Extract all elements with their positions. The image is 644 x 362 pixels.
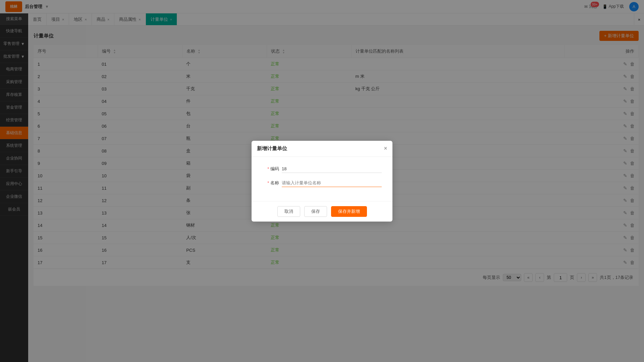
code-label: 编码 xyxy=(262,166,279,172)
form-row-code: 编码 xyxy=(262,165,382,173)
modal-title: 新增计量单位 xyxy=(257,145,287,152)
code-input[interactable] xyxy=(282,165,382,173)
name-label: 名称 xyxy=(262,180,279,186)
modal-body: 编码 名称 xyxy=(252,157,392,201)
modal-close-button[interactable]: × xyxy=(384,145,387,152)
modal-footer: 取消 保存 保存并新增 xyxy=(252,201,392,222)
add-unit-modal: 新增计量单位 × 编码 名称 取消 保存 保存并新增 xyxy=(252,141,392,222)
form-row-name: 名称 xyxy=(262,179,382,187)
modal-overlay: 新增计量单位 × 编码 名称 取消 保存 保存并新增 xyxy=(0,0,644,362)
save-and-add-button[interactable]: 保存并新增 xyxy=(331,206,367,217)
save-button[interactable]: 保存 xyxy=(304,206,327,217)
modal-header: 新增计量单位 × xyxy=(252,141,392,157)
name-input[interactable] xyxy=(282,179,382,187)
cancel-button[interactable]: 取消 xyxy=(277,206,300,217)
